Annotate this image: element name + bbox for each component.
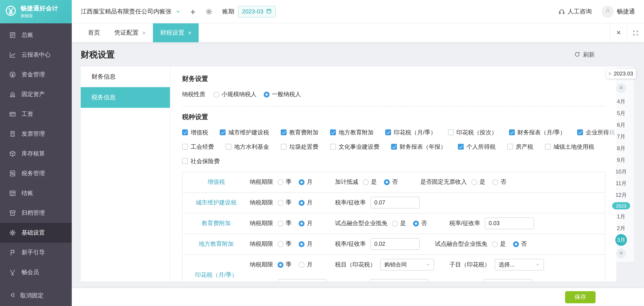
tax-name-link[interactable]: 地方教育附加 <box>182 234 250 254</box>
tab-home[interactable]: 首页 <box>81 23 107 42</box>
sidebar-item-report[interactable]: 云报表中心 <box>0 45 72 65</box>
user-menu[interactable]: 畅捷通 <box>602 6 635 17</box>
tax-checkbox[interactable]: 城镇土地使用税 <box>545 143 594 151</box>
sidebar-item-invoice[interactable]: 发票管理 <box>0 124 72 144</box>
sidebar-item-ledger[interactable]: 总账 <box>0 25 72 45</box>
month-item[interactable]: 7月 <box>608 131 634 142</box>
tax-checkbox[interactable]: 个人所得税 <box>458 143 496 151</box>
radio-option[interactable]: 是 <box>471 178 485 186</box>
month-item[interactable]: 6月 <box>608 119 634 131</box>
avatar <box>602 6 613 17</box>
field-label: 子目（印花税） <box>449 261 490 269</box>
tab-close-icon[interactable]: × <box>142 30 146 36</box>
radio-option[interactable]: 是 <box>392 219 406 227</box>
month-item-selected[interactable]: 3月 <box>615 234 627 246</box>
company-selector[interactable]: 江西服宝精品有限责任公司内账张 <box>81 8 180 16</box>
select-field[interactable]: 查账征收 <box>278 279 327 281</box>
refresh-icon <box>574 51 580 59</box>
add-account-button[interactable]: ＋ <box>188 7 197 16</box>
radio-option[interactable]: 月 <box>299 219 312 227</box>
subnav-item-tax-info[interactable]: 税务信息 <box>81 87 170 108</box>
radio-option[interactable]: 月 <box>299 199 312 207</box>
fullscreen-icon[interactable] <box>627 23 644 42</box>
select-field[interactable]: 购销合同 <box>380 259 434 270</box>
tax-checkbox[interactable]: 印花税（月/季） <box>385 128 436 136</box>
tax-checkbox[interactable]: 财务报表（月/季） <box>509 128 566 136</box>
sidebar-item-fund[interactable]: 资金管理 <box>0 65 72 84</box>
sidebar-item-settings[interactable]: 基础设置 <box>0 223 72 243</box>
tax-checkbox[interactable]: 城市维护建设税 <box>220 128 269 136</box>
month-item[interactable]: 1月 <box>608 211 634 222</box>
radio-option[interactable]: 否 <box>413 219 427 227</box>
sidebar-item-guide[interactable]: 新手引导 <box>0 243 72 262</box>
scroll-up-button[interactable] <box>616 83 626 93</box>
tab-voucher-config[interactable]: 凭证配置× <box>107 23 153 42</box>
radio-option[interactable]: 否 <box>384 178 398 186</box>
close-button[interactable]: × <box>610 23 627 42</box>
tax-checkbox[interactable]: 房产税 <box>507 143 533 151</box>
sidebar-item-member[interactable]: 畅会员 <box>0 262 72 282</box>
tax-checkbox[interactable]: 地方水利基金 <box>226 143 269 151</box>
month-item[interactable]: 2月 <box>608 222 634 234</box>
tax-checkbox[interactable]: 教育费附加 <box>281 128 318 136</box>
month-item[interactable]: 8月 <box>608 142 634 154</box>
radio-label: 是 <box>500 240 506 248</box>
period-selector[interactable]: 2023-03 <box>238 6 276 17</box>
sidebar-item-asset[interactable]: 固定资产 <box>0 84 72 104</box>
radio-option[interactable]: 季 <box>278 178 292 186</box>
tax-checkbox[interactable]: 印花税（按次） <box>448 128 497 136</box>
select-field[interactable]: 选择... <box>495 259 544 270</box>
radio-option[interactable]: 是 <box>363 178 377 186</box>
subnav-item-finance-info[interactable]: 财务信息 <box>81 67 170 87</box>
save-button[interactable]: 保存 <box>565 291 596 303</box>
sidebar-unpin-button[interactable]: 取消固定 <box>0 285 72 306</box>
tax-name-link[interactable]: 增值税 <box>182 172 250 192</box>
month-item[interactable]: 5月 <box>608 107 634 119</box>
radio-option[interactable]: 月 <box>299 261 312 269</box>
tab-close-icon[interactable]: × <box>188 30 192 36</box>
radio-option[interactable]: 月 <box>299 240 312 248</box>
sidebar-item-inventory[interactable]: 库存核算 <box>0 144 72 164</box>
text-input[interactable] <box>483 279 532 281</box>
month-item[interactable]: 12月 <box>608 189 634 201</box>
month-item[interactable]: 4月 <box>608 96 634 107</box>
gear-icon[interactable] <box>205 8 212 15</box>
sidebar-item-closing[interactable]: 结账 <box>0 183 72 203</box>
month-item[interactable]: 10月 <box>608 166 634 178</box>
radio-option[interactable]: 季 <box>278 261 292 269</box>
month-item[interactable]: 11月 <box>608 178 634 189</box>
text-input[interactable] <box>370 197 420 209</box>
month-item[interactable]: 9月 <box>608 154 634 166</box>
tax-name-link[interactable]: 教育费附加 <box>182 213 250 233</box>
consult-button[interactable]: 人工咨询 <box>558 8 592 16</box>
tax-name-link[interactable]: 城市维护建设税 <box>182 193 250 213</box>
radio-option[interactable]: 是 <box>492 240 506 248</box>
radio-option[interactable]: 小规模纳税人 <box>214 90 256 98</box>
tax-checkbox[interactable]: 社会保险费 <box>182 157 220 165</box>
select-field[interactable]: 销项不含税金额 <box>370 279 428 281</box>
text-input[interactable] <box>370 238 420 250</box>
tax-checkbox[interactable]: 工会经费 <box>182 143 214 151</box>
sidebar-item-salary[interactable]: 工资 <box>0 104 72 124</box>
tab-fiscal-settings[interactable]: 财税设置× <box>153 23 199 42</box>
tax-checkbox[interactable]: 地方教育附加 <box>330 128 374 136</box>
radio-option[interactable]: 季 <box>278 219 292 227</box>
radio-option[interactable]: 月 <box>299 178 312 186</box>
sidebar-item-archive[interactable]: 归档管理 <box>0 203 72 223</box>
sidebar-item-tax[interactable]: 税务管理 <box>0 164 72 183</box>
radio-option[interactable]: 季 <box>278 240 292 248</box>
text-input[interactable] <box>484 217 534 229</box>
radio-option[interactable]: 否 <box>513 240 527 248</box>
tax-checkbox[interactable]: 财务报表（年报） <box>391 143 446 151</box>
radio-option[interactable]: 否 <box>492 178 506 186</box>
tax-checkbox[interactable]: 垃圾处置费 <box>281 143 318 151</box>
tax-checkbox[interactable]: 增值税 <box>182 128 208 136</box>
field-label: 税率/征收率 <box>335 240 366 248</box>
tax-name-link[interactable]: 印花税（月/季） <box>182 255 250 281</box>
refresh-button[interactable]: 刷新 <box>574 51 595 59</box>
scroll-down-button[interactable] <box>616 248 626 258</box>
radio-option[interactable]: 季 <box>278 199 292 207</box>
tax-checkbox[interactable]: 文化事业建设费 <box>330 143 380 151</box>
radio-option[interactable]: 一般纳税人 <box>264 90 301 98</box>
period-quick-panel-header[interactable]: 2023.03 <box>606 69 636 79</box>
